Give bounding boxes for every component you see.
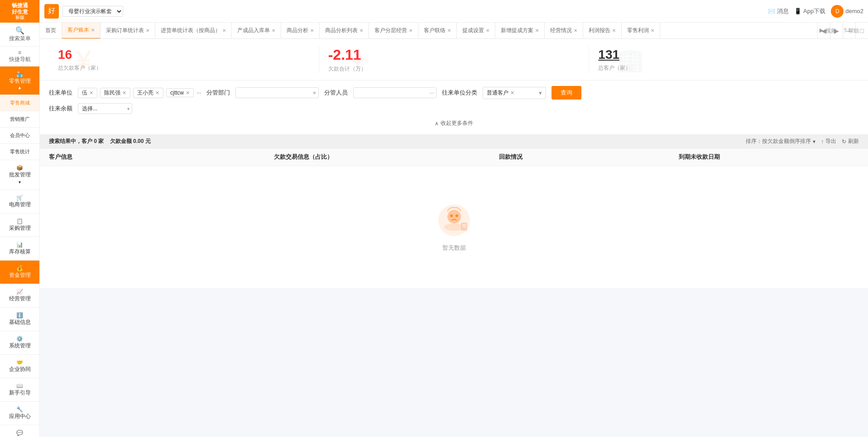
filter-tag-wu[interactable]: 伍 ✕	[78, 88, 97, 98]
tab-business-close[interactable]: ✕	[574, 28, 577, 33]
sidebar-item-operations[interactable]: 📈 经营管理	[0, 284, 39, 308]
sidebar-item-wholesale[interactable]: 📦 批发管理 ▾	[0, 160, 39, 190]
tab-purchase-order-close[interactable]: ✕	[146, 28, 149, 33]
empty-text: 暂无数据	[442, 244, 466, 252]
tab-business[interactable]: 经营情况 ✕	[545, 23, 583, 39]
sidebar-item-ecommerce[interactable]: 🛒 电商管理	[0, 190, 39, 214]
query-button[interactable]: 查询	[551, 86, 581, 100]
filter-collapse-btn[interactable]: ∧ 收起更多条件	[49, 118, 859, 129]
filter-more-tags[interactable]: ···	[197, 90, 201, 96]
tab-retail-profit-close[interactable]: ✕	[651, 28, 654, 33]
refresh-button[interactable]: ↻ 刷新	[842, 138, 859, 145]
tab-commission-settings[interactable]: 提成设置 ✕	[457, 23, 495, 39]
tab-customer-contact[interactable]: 客户联络 ✕	[418, 23, 457, 39]
summary-card-debt: ✦ -2.11 欠款合计（万）	[319, 46, 590, 73]
refresh-icon: ↻	[842, 138, 846, 145]
tab-stock-stats[interactable]: 进货单统计表（按商品） ✕	[155, 23, 232, 39]
tab-customer-ledger-close[interactable]: ✕	[91, 28, 95, 33]
tab-home[interactable]: 首页	[40, 23, 62, 39]
col-header-debt: 欠款交易信息（占比）	[274, 153, 499, 161]
sidebar-item-system[interactable]: ⚙️ 系统管理	[0, 331, 39, 355]
tab-goods-analysis-close[interactable]: ✕	[310, 28, 314, 33]
svg-point-3	[450, 214, 453, 217]
app-download-button[interactable]: 📱 App下载	[794, 7, 825, 15]
results-summary-text: 搜索结果中，客户 0 家 欠款金额 0.00 元	[49, 138, 151, 145]
tab-customer-contact-close[interactable]: ✕	[447, 28, 451, 33]
user-menu[interactable]: D demo2	[831, 5, 863, 18]
tab-add-commission-close[interactable]: ✕	[535, 28, 539, 33]
filter-person-label: 分管人员	[324, 89, 348, 97]
app-logo-icon: 好	[44, 4, 59, 19]
sidebar-item-quick-nav[interactable]: ≡ 快捷导航	[0, 47, 39, 66]
filter-tag-chen-close[interactable]: ✕	[122, 90, 126, 96]
tab-goods-analysis-list-close[interactable]: ✕	[360, 28, 363, 33]
tab-goods-analysis[interactable]: 商品分析 ✕	[281, 23, 320, 39]
tab-stock-stats-close[interactable]: ✕	[222, 28, 226, 33]
message-button[interactable]: ✉️ 消息	[768, 7, 789, 15]
filter-unit-label: 往来单位	[49, 89, 72, 97]
tab-commission-settings-close[interactable]: ✕	[486, 28, 489, 33]
tab-customer-layer-close[interactable]: ✕	[409, 28, 412, 33]
sidebar-item-finance[interactable]: 💰 资金管理	[0, 261, 39, 284]
filter-dept-label: 分管部门	[206, 89, 230, 97]
tab-purchase-order-label: 采购订单统计表	[106, 27, 144, 34]
tab-retail-profit-label: 零售利润	[627, 27, 649, 34]
filter-tag-chen[interactable]: 陈民强 ✕	[100, 88, 130, 98]
sidebar-item-app-center[interactable]: 🔧 应用中心	[0, 402, 39, 425]
sidebar-item-basic-info[interactable]: ℹ️ 基础信息	[0, 308, 39, 331]
company-select[interactable]: 母婴行业演示帐套	[62, 6, 123, 17]
empty-state: 暂无数据	[40, 166, 868, 288]
filter-tag-wang-close[interactable]: ✕	[155, 90, 159, 96]
main-content: 好 母婴行业演示帐套 ✉️ 消息 📱 App下载 D demo2 首页	[40, 0, 868, 437]
filter-unit-type-select[interactable]: 普通客户 ✕ ▾	[483, 87, 546, 99]
tabs-bar: 首页 客户账本 ✕ 采购订单统计表 ✕ 进货单统计表（按商品） ✕ 产成品入库单…	[40, 23, 868, 39]
col-header-date: 到期未收款日期	[679, 153, 859, 161]
sort-button[interactable]: 排序：按欠款金额倒序排序 ▾	[746, 138, 815, 145]
summary-bar: ▶ 视频 ? 帮助 ¥ 16 总欠款客户（家） ✦ -2.11 欠款合计（万）	[40, 39, 868, 81]
summary-card2-num: -2.11	[328, 46, 580, 63]
filter-tag-wang[interactable]: 王小亮 ✕	[133, 88, 163, 98]
filter-unit-type-label: 往来单位分类	[442, 89, 477, 97]
filter-tag-cjttcw-close[interactable]: ✕	[186, 90, 190, 96]
col-header-customer: 客户信息	[49, 153, 274, 161]
filter-tag-cjttcw[interactable]: cjttcw ✕	[166, 88, 194, 97]
sidebar-item-inventory[interactable]: 📊 库存核算	[0, 237, 39, 261]
tab-customer-ledger[interactable]: 客户账本 ✕	[62, 23, 101, 39]
page-content: ▶ 视频 ? 帮助 ¥ 16 总欠款客户（家） ✦ -2.11 欠款合计（万）	[40, 39, 868, 437]
filter-dept-wrap: ▾	[235, 87, 319, 98]
tab-profit-report-close[interactable]: ✕	[612, 28, 616, 33]
message-icon: ✉️	[768, 8, 775, 14]
filter-balance-select[interactable]: 选择...	[78, 103, 132, 114]
sidebar-item-retail-mgmt[interactable]: 🏪 零售管理 ▲	[0, 66, 39, 95]
tab-customer-layer[interactable]: 客户分层经营 ✕	[369, 23, 418, 39]
tab-customer-layer-label: 客户分层经营	[374, 27, 407, 34]
tab-product-in-close[interactable]: ✕	[272, 28, 275, 33]
sidebar-item-purchase[interactable]: 📋 采购管理	[0, 214, 39, 237]
tab-purchase-order[interactable]: 采购订单统计表 ✕	[101, 23, 155, 39]
tab-retail-profit[interactable]: 零售利润 ✕	[622, 23, 660, 39]
sidebar-item-collab[interactable]: 🤝 企业协同	[0, 355, 39, 378]
export-button[interactable]: ↑ 导出	[821, 138, 836, 145]
filter-person-wrap: ···	[353, 87, 436, 98]
sidebar-item-marketing[interactable]: 营销推广	[0, 111, 39, 128]
tab-product-in[interactable]: 产成品入库单 ✕	[232, 23, 281, 39]
sidebar-item-search[interactable]: 🔍 搜索菜单	[0, 23, 39, 47]
tab-profit-report[interactable]: 利润报告 ✕	[583, 23, 622, 39]
sort-label: 排序：按欠款金额倒序排序	[746, 138, 811, 145]
summary-card2-data: -2.11 欠款合计（万）	[328, 46, 580, 73]
sidebar-item-member[interactable]: 会员中心	[0, 128, 39, 144]
filter-person-input[interactable]	[353, 87, 436, 98]
tab-add-commission[interactable]: 新增提成方案 ✕	[495, 23, 545, 39]
filter-dept-input[interactable]	[235, 87, 319, 98]
tab-goods-analysis-list-label: 商品分析列表	[325, 27, 358, 34]
filter-tag-wu-close[interactable]: ✕	[89, 90, 93, 96]
tab-home-label: 首页	[45, 27, 56, 34]
sidebar-item-retail-stats[interactable]: 零售统计	[0, 144, 39, 160]
sidebar-item-wechat[interactable]: 💬 企业微信	[0, 425, 39, 437]
tab-business-label: 经营情况	[550, 27, 572, 34]
filter-unit-type-close[interactable]: ✕	[510, 90, 514, 96]
avatar: D	[831, 5, 844, 18]
tab-goods-analysis-list[interactable]: 商品分析列表 ✕	[320, 23, 369, 39]
sidebar-item-retail-mall[interactable]: 零售商城	[0, 95, 39, 111]
sidebar-item-guide[interactable]: 📖 新手引导	[0, 378, 39, 402]
